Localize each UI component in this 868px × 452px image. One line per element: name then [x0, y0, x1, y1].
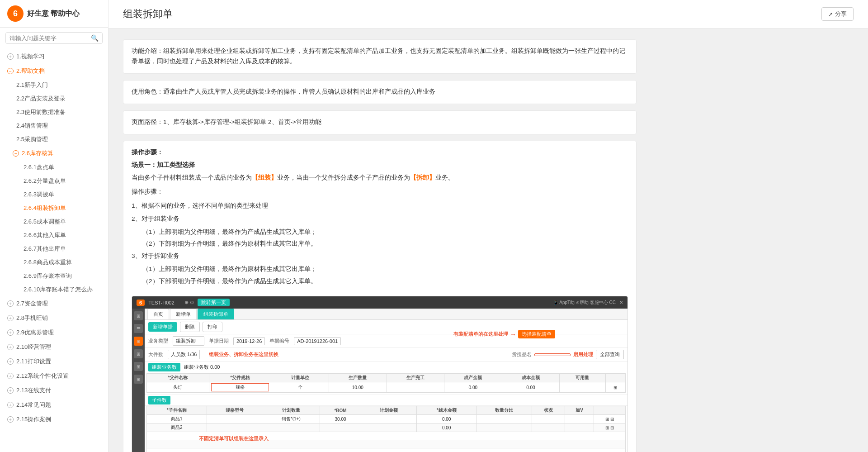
mock-table1-container: *父件名称 *父件规格 计量单位 生产数量 生产完工 成产金额 成本金额 可用量 [145, 373, 627, 395]
share-icon: ➚ [828, 11, 833, 18]
mock-icon-3: ⊞ [134, 337, 143, 346]
mock-t2-r2c7 [476, 423, 532, 432]
expand-icon-coupon: + [7, 329, 14, 336]
annotation3-text: 启用处理 [573, 351, 593, 358]
mock-t1-h7: 成本金额 [502, 374, 560, 382]
sidebar-item-finance[interactable]: + 2.7资金管理 [0, 296, 108, 311]
sidebar-item-other-in[interactable]: 2.6.6其他入库单 [0, 228, 108, 242]
mock-select-bom-btn: 选择装配清单 [518, 330, 555, 338]
sidebar-item-ops[interactable]: + 2.10经营管理 [0, 340, 108, 354]
mock-icon-1: ⊞ [134, 311, 143, 320]
mock-t2-r1c3: 销售*(1+) [262, 415, 320, 423]
search-icon[interactable]: 🔍 [91, 34, 99, 42]
sidebar-item-partial[interactable]: 2.6.2分量盘点单 [0, 174, 108, 188]
sidebar-item-coupon[interactable]: + 2.9优惠券管理 [0, 325, 108, 340]
sidebar-item-install[interactable]: 2.2产品安装及登录 [0, 92, 108, 105]
mock-title: TEST-H002 [148, 300, 174, 305]
sidebar-item-inventory[interactable]: − 2.6库存核算 [0, 146, 108, 161]
mock-date-label: 单据日期 [209, 338, 229, 344]
mock-t2-r1c10: ⊞ ⊟ [594, 415, 626, 423]
mock-t1-r1c8 [560, 382, 606, 393]
mock-t2-row2: 商品2 0.00 ⊞ ⊟ [147, 423, 626, 432]
mock-t1-h6: 成产金额 [444, 374, 502, 382]
mock-t2-row4 [147, 440, 626, 448]
step3-sub2: （2）下部明细为子件明细，最终作为产成品生成其它入库单。 [142, 276, 628, 287]
mock-t1-h1: *父件名称 [147, 374, 209, 382]
scenario1-title: 场景一：加工类型选择 [132, 161, 628, 169]
mock-lower-section-label: 子件数 [148, 396, 170, 404]
mock-tab-new: 新增单 [170, 309, 197, 319]
mock-t2-h3: 计划数量 [262, 406, 320, 415]
sidebar: 6 好生意 帮助中心 🔍 + 1.视频学习 − 2.帮助文档 2.1新手入门 2… [0, 0, 108, 452]
sidebar-item-docs[interactable]: − 2.帮助文档 [0, 64, 108, 78]
mock-t1-h9 [605, 374, 625, 382]
sidebar-item-faq[interactable]: + 2.14常见问题 [0, 398, 108, 412]
step1: 1、根据不同的业务，选择不同单据的类型来处理 [132, 201, 628, 211]
mock-t1-redbox: 规格 [211, 383, 269, 391]
mock-left-icons: ⊞ ☰ ⊞ ⊞ ⊞ ⊞ [132, 309, 145, 452]
sidebar-item-custom[interactable]: + 2.12系统个性化设置 [0, 369, 108, 383]
sidebar-item-sales[interactable]: 2.4销售管理 [0, 119, 108, 133]
mock-form-row1: 业务类型 组装拆卸 单据日期 2019-12-26 单据编号 AD-201912… [145, 334, 627, 348]
content-area: 功能介绍：组装拆卸单用来处理企业组装或拆卸等加工业务，支持有固定装配清单的产品加… [108, 29, 651, 452]
sidebar-header: 6 好生意 帮助中心 [0, 0, 108, 28]
scenario1-desc: 当由多个子件材料组装成一个成品的业务为【组装】业务，当由一个父件拆分成多个子产品… [132, 173, 628, 183]
search-box[interactable]: 🔍 [5, 32, 103, 44]
mock-goods-input [534, 353, 571, 356]
mock-t1-r1c7: 0.00 [502, 382, 560, 393]
op-steps-label: 操作步骤： [132, 187, 628, 197]
mock-t2-h4: *BOM [320, 406, 361, 415]
mock-active-btn: 跳转第一页 [198, 299, 230, 306]
sidebar-item-cost-reset[interactable]: 2.6.8商品成本重算 [0, 256, 108, 269]
mock-t2-r2c10: ⊞ ⊟ [594, 423, 626, 432]
mock-search-btn: 全部查询 [596, 350, 624, 359]
mock-t2-r1c7 [476, 415, 532, 423]
mock-t1-r1c4: 10.00 [329, 382, 387, 393]
info-role-text: 使用角色：通常由生产人员或库管人员完成拆装业务的操作，库管人员确认原材料的出库和… [132, 88, 435, 95]
sidebar-item-cases[interactable]: + 2.15操作案例 [0, 412, 108, 427]
collapse-icon-inventory: − [13, 150, 19, 157]
sidebar-item-video[interactable]: + 1.视频学习 [0, 49, 108, 64]
mock-icon-6: ⊞ [134, 375, 143, 384]
mock-type-label: 业务类型 [148, 338, 168, 344]
search-input[interactable] [9, 35, 91, 42]
mock-btn-new: 新增单据 [148, 322, 177, 332]
mock-date-input: 2019-12-26 [233, 337, 265, 345]
mock-t2-h10 [594, 406, 626, 415]
app-name: 好生意 帮助中心 [27, 9, 80, 19]
sidebar-item-adjust[interactable]: 2.6.3调拨单 [0, 188, 108, 201]
sidebar-item-assembly[interactable]: 2.6.4组装拆卸单 [0, 201, 108, 215]
sidebar-item-newbie[interactable]: 2.1新手入门 [0, 78, 108, 92]
mock-tabs: 自页 新增单 组装拆卸单 [145, 309, 627, 320]
mock-right-form: 货搜品名 启用处理 全部查询 [512, 350, 624, 359]
mock-t2-h8: 状况 [532, 406, 565, 415]
sidebar-item-cost[interactable]: 2.6.5成本调整单 [0, 215, 108, 228]
sidebar-item-stock-query[interactable]: 2.6.9库存账本查询 [0, 269, 108, 283]
sidebar-item-print[interactable]: + 2.11打印设置 [0, 354, 108, 369]
sidebar-item-mobile[interactable]: + 2.8手机旺铺 [0, 311, 108, 325]
sidebar-item-stock-error[interactable]: 2.6.10库存账本错了怎么办 [0, 283, 108, 296]
mock-right-icons: 📱 AppT助 ⊙帮助 客服中心 CC [553, 300, 616, 306]
sidebar-item-other-out[interactable]: 2.6.7其他出库单 [0, 242, 108, 256]
mock-t1-h2: *父件规格 [209, 374, 271, 382]
mock-annotation2: 组装业务、拆卸业务在这里切换 [209, 351, 278, 358]
mock-t2-r1c4: 30.00 [320, 415, 361, 423]
mock-t2-row1: 商品1 销售*(1+) 30.00 0.00 [147, 415, 626, 423]
mock-annotation3: 启用处理 [573, 351, 593, 358]
logo-icon: 6 [7, 5, 24, 22]
op-steps-title: 操作步骤： [132, 148, 628, 157]
sidebar-item-stocktake[interactable]: 2.6.1盘点单 [0, 161, 108, 174]
sidebar-item-payment[interactable]: + 2.13在线支付 [0, 383, 108, 398]
mock-section-row: 组装业务数 组装业务数 0.00 [145, 362, 627, 373]
expand-icon-print: + [7, 358, 14, 365]
mock-icon-2: ☰ [134, 324, 143, 333]
mock-section-label: 组装业务数 [148, 363, 180, 371]
sidebar-item-purchase[interactable]: 2.5采购管理 [0, 133, 108, 146]
sidebar-item-prepare[interactable]: 2.3使用前数据准备 [0, 105, 108, 119]
info-intro-text: 功能介绍：组装拆卸单用来处理企业组装或拆卸等加工业务，支持有固定装配清单的产品加… [132, 48, 625, 65]
expand-icon-ops: + [7, 344, 14, 350]
share-button[interactable]: ➚ 分享 [821, 7, 854, 21]
mock-t1-r1c6: 0.00 [444, 382, 502, 393]
mock-t1-r1c9: ⊞ [605, 382, 625, 393]
nav-menu: + 1.视频学习 − 2.帮助文档 2.1新手入门 2.2产品安装及登录 2.3… [0, 48, 108, 428]
